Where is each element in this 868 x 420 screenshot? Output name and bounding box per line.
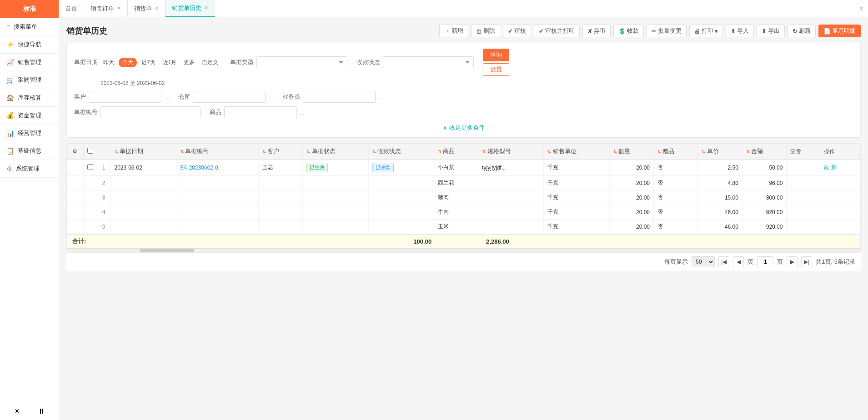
edit-op-button[interactable]: 改	[824, 164, 829, 170]
sidebar-item-finance-mgmt[interactable]: 💰 资金管理	[0, 107, 59, 125]
purchase-icon: 🛒	[6, 76, 14, 84]
doc-type-select[interactable]	[256, 56, 347, 68]
tab-sales-delivery-close[interactable]: ✕	[155, 5, 159, 11]
batch-change-button[interactable]: ✏ 批量变更	[647, 25, 687, 37]
th-doc-date[interactable]: ⇅ 单据日期	[110, 144, 176, 160]
date-tag-1month[interactable]: 近1月	[160, 58, 180, 67]
cell-doc-no[interactable]	[176, 176, 258, 190]
date-tag-today[interactable]: 今天	[119, 58, 137, 67]
th-amount[interactable]: ⇅ 金额	[742, 144, 786, 160]
warehouse-dots[interactable]: ...	[268, 94, 273, 100]
customer-input[interactable]	[89, 91, 161, 103]
th-product[interactable]: ⇅ 商品	[434, 144, 478, 160]
refresh-button[interactable]: ↻ 刷新	[788, 25, 816, 37]
select-all-checkbox[interactable]	[87, 148, 93, 154]
salesperson-input[interactable]	[303, 91, 376, 103]
set-button[interactable]: 设置	[483, 63, 509, 76]
cell-cb[interactable]	[83, 205, 97, 220]
page-prev-button[interactable]: ◀	[733, 256, 744, 267]
show-detail-button[interactable]: 📄 显示明细	[818, 25, 861, 37]
tab-sales-history-close[interactable]: ✕	[204, 5, 208, 11]
print-button[interactable]: 🖨 打印 ▾	[689, 25, 723, 37]
cell-operation	[820, 190, 860, 205]
product-dots[interactable]: ...	[300, 109, 305, 116]
sidebar-item-quick-nav[interactable]: ⚡ 快捷导航	[0, 36, 59, 54]
tab-sales-order-close[interactable]: ✕	[117, 5, 121, 11]
sidebar-bottom-icon1[interactable]: ☀	[14, 407, 20, 415]
date-tag-custom[interactable]: 自定义	[199, 58, 221, 67]
date-tag-yesterday[interactable]: 昨天	[100, 58, 117, 67]
collect-button[interactable]: 💲 收款	[613, 25, 644, 37]
cell-doc-no[interactable]	[176, 190, 258, 205]
cell-collect-status: 已收款	[368, 160, 434, 176]
cell-doc-date	[110, 220, 176, 234]
page-size-select[interactable]: 50 100	[692, 256, 715, 267]
cell-doc-no[interactable]	[176, 205, 258, 220]
page-first-button[interactable]: |◀	[718, 256, 729, 267]
cell-doc-no[interactable]	[176, 220, 258, 234]
cell-product: 玉米	[434, 220, 478, 234]
audit-print-button[interactable]: ✔ 审核并打印	[534, 25, 580, 37]
cell-cb[interactable]	[83, 176, 97, 190]
row-checkbox[interactable]	[87, 164, 93, 170]
cell-cb[interactable]	[83, 190, 97, 205]
sidebar-item-system-mgmt[interactable]: ⚙ 系统管理	[0, 160, 59, 178]
new-button[interactable]: ＋ 新增	[439, 25, 468, 37]
tab-sales-delivery[interactable]: 销货单 ✕	[128, 0, 166, 17]
collapse-button[interactable]: ∧ 收起更多条件	[443, 124, 485, 132]
cell-doc-no[interactable]: SA-20230602-0	[176, 160, 258, 176]
import-button[interactable]: ⬆ 导入	[726, 25, 754, 37]
cell-unit: 千克	[544, 220, 609, 234]
customer-dots[interactable]: ...	[164, 94, 169, 100]
th-doc-status[interactable]: ⇅ 单据状态	[303, 144, 368, 160]
date-tag-7days[interactable]: 近7天	[139, 58, 158, 67]
cell-doc-date	[110, 176, 176, 190]
delete-op-button[interactable]: 删	[831, 164, 837, 170]
export-button[interactable]: ⬇ 导出	[757, 25, 785, 37]
th-spec[interactable]: ⇅ 规格型号	[478, 144, 544, 160]
th-checkbox[interactable]	[83, 144, 97, 160]
salesperson-dots[interactable]: ...	[378, 94, 383, 100]
abandon-button[interactable]: ✘ 弃审	[582, 25, 611, 37]
sidebar-item-base-info[interactable]: 📋 基础信息	[0, 142, 59, 160]
print-dropdown-icon: ▾	[715, 28, 718, 35]
scrollbar-thumb[interactable]	[140, 249, 194, 252]
product-input[interactable]	[224, 106, 297, 118]
sidebar-item-search-menu[interactable]: ≡ 搜索菜单	[0, 18, 59, 36]
page-input[interactable]	[757, 256, 773, 267]
warehouse-input[interactable]	[193, 91, 266, 103]
cell-cb[interactable]	[83, 160, 97, 176]
content-area: 销货单历史 ＋ 新增 🗑 删除 ✔ 审核 ✔ 审核并打印	[59, 17, 868, 420]
th-amount-icon: ⇅	[746, 149, 750, 154]
sidebar-item-sales-mgmt[interactable]: 📈 销售管理	[0, 54, 59, 71]
print-icon: 🖨	[694, 28, 700, 35]
audit-button[interactable]: ✔ 审核	[503, 25, 531, 37]
sidebar-item-operations-mgmt[interactable]: 📊 经营管理	[0, 125, 59, 142]
tab-sales-order[interactable]: 销售订单 ✕	[84, 0, 128, 17]
query-button[interactable]: 查询	[483, 49, 509, 61]
page-last-button[interactable]: ▶|	[801, 256, 812, 267]
cell-transaction	[787, 205, 820, 220]
sidebar-bottom-icon2[interactable]: ⏸	[38, 407, 45, 415]
sidebar-item-purchase-mgmt[interactable]: 🛒 采购管理	[0, 71, 59, 89]
cell-cb[interactable]	[83, 220, 97, 234]
th-doc-no[interactable]: ⇅ 单据编号	[176, 144, 258, 160]
tab-sales-history[interactable]: 销货单历史 ✕	[166, 0, 215, 17]
th-unit[interactable]: ⇅ 销售单位	[544, 144, 609, 160]
th-qty[interactable]: ⇅ 数量	[609, 144, 653, 160]
cell-unit: 千克	[544, 205, 609, 220]
doc-number-input[interactable]	[100, 106, 201, 118]
th-collect-status[interactable]: ⇅ 收款状态	[368, 144, 434, 160]
horizontal-scrollbar[interactable]	[67, 248, 860, 252]
delete-button[interactable]: 🗑 删除	[471, 25, 500, 37]
tab-home[interactable]: 首页	[59, 0, 84, 17]
th-unit-price[interactable]: ⇅ 单价	[698, 144, 742, 160]
sidebar-item-inventory-calc[interactable]: 🏠 库存核算	[0, 89, 59, 107]
th-gear[interactable]: ⚙	[67, 144, 83, 160]
th-customer[interactable]: ⇅ 客户	[258, 144, 302, 160]
tab-close-all[interactable]: ✕	[859, 5, 868, 12]
page-next-button[interactable]: ▶	[787, 256, 798, 267]
date-tag-more[interactable]: 更多	[181, 58, 197, 67]
th-gift[interactable]: ⇅ 赠品	[653, 144, 697, 160]
collect-status-select[interactable]	[383, 56, 474, 68]
